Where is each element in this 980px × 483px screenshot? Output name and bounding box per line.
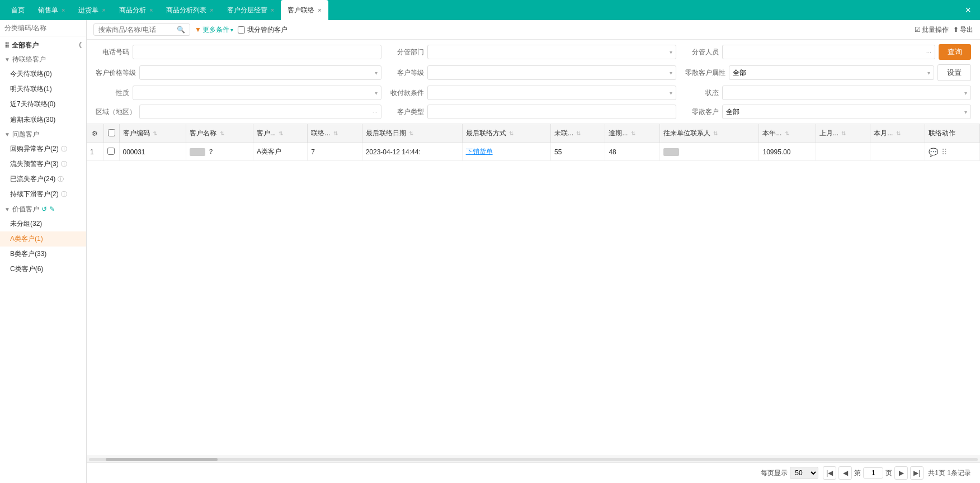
price-level-select[interactable]: ▾ [139,65,381,80]
select-all-checkbox[interactable] [108,129,115,136]
name-block [190,148,205,156]
sidebar-item-class-a[interactable]: A类客户(1) [0,231,86,247]
filter-more-btn[interactable]: ▼ 更多条件 ▾ [195,25,233,35]
phone-input[interactable] [133,45,381,59]
payment-select[interactable]: ▾ [427,86,676,100]
edit-icon[interactable]: ✎ [49,205,55,213]
scrollbar-thumb[interactable] [106,458,218,461]
batch-operation-btn[interactable]: ☑ 批量操作 [915,25,949,35]
settings-button[interactable]: 设置 [937,64,971,81]
sort-icon-overdue[interactable]: ⇅ [631,130,635,136]
my-customer-check-input[interactable] [238,26,245,34]
refresh-icon[interactable]: ↺ [41,205,47,213]
retail-attr-select[interactable]: 全部 ▾ [729,65,934,80]
sidebar-group-problem[interactable]: ▼ 问题客户 [0,127,86,141]
filter-search-input[interactable] [98,26,177,34]
sort-icon-last-month[interactable]: ⇅ [841,130,846,136]
nav-product-list[interactable]: 商品分析列表 × [159,0,220,20]
nav-tier-close[interactable]: × [271,7,274,13]
filter-search-icon[interactable]: 🔍 [177,26,185,34]
chevron-down-icon: ▾ [230,27,233,33]
sort-icon-this-month[interactable]: ⇅ [896,130,901,136]
retail-cust-select[interactable]: 全部 ▾ [722,105,971,119]
sort-icon-year[interactable]: ⇅ [785,130,789,136]
dept-select[interactable]: ▾ [427,45,676,59]
sort-icon-contact[interactable]: ⇅ [333,130,338,136]
sidebar-root[interactable]: ⠿ 全部客户 《 [0,36,86,53]
query-button[interactable]: 查询 [939,44,971,60]
last-method-link[interactable]: 下销货单 [466,148,493,155]
filter-row-cust-level: 客户等级 ▾ [390,64,676,81]
nav-sales-close[interactable]: × [62,7,65,13]
page-size-select-input[interactable]: 20 50 100 200 [790,467,818,479]
gear-icon[interactable]: ⚙ [92,130,98,138]
th-this-month: 本月... ⇅ [870,124,925,143]
sidebar-item-repurchase[interactable]: 回购异常客户(2) ⓘ [0,141,86,157]
page-number-input[interactable] [863,467,883,479]
nav-home[interactable]: 首页 [4,0,31,20]
checkbox-icon: ☑ [915,26,921,34]
total-records: 共1页 1条记录 [928,468,971,478]
person-select[interactable]: ··· [722,45,935,59]
sort-icon-date[interactable]: ⇅ [409,130,413,136]
next-page-btn[interactable]: ▶ [894,466,908,480]
cust-type-select[interactable] [427,105,676,119]
sidebar-item-class-c[interactable]: C类客户(6) [0,262,86,277]
sort-icon-code[interactable]: ⇅ [153,130,157,136]
group-arrow-1: ▼ [4,56,10,63]
td-code: 000031 [119,143,186,161]
sidebar-group-pending[interactable]: ▼ 待联络客户 [0,53,86,67]
content-area: 🔍 ▼ 更多条件 ▾ 我分管的客户 ☑ 批量操作 ⬆ 导出 [87,20,980,483]
nav-purchase[interactable]: 进货单 × [72,0,112,20]
sidebar-collapse-icon[interactable]: 《 [75,41,82,50]
sidebar-item-declining[interactable]: 持续下滑客户(2) ⓘ [0,187,86,202]
sidebar-item-today[interactable]: 今天待联络(0) [0,67,86,82]
nav-product-list-close[interactable]: × [210,7,213,13]
first-page-btn[interactable]: |◀ [823,466,836,480]
person-dots-icon: ··· [926,49,931,55]
sort-icon-person[interactable]: ⇅ [713,130,718,136]
filter-row-status: 状态 ▾ [685,86,971,100]
filter-row-retail-attr: 零散客户属性 全部 ▾ 设置 [685,64,971,81]
sidebar-item-churned[interactable]: 已流失客户(24) ⓘ [0,172,86,187]
nav-customer-contact[interactable]: 客户联络 × [281,0,328,20]
window-close-button[interactable]: × [960,4,976,16]
chat-action-icon[interactable]: 💬 [929,148,938,157]
sidebar-item-churn-risk[interactable]: 流失预警客户(3) ⓘ [0,157,86,172]
nav-purchase-close[interactable]: × [102,7,105,13]
sidebar-group-value[interactable]: ▼ 价值客户 ↺ ✎ [0,202,86,216]
filter-funnel-icon: ▼ [195,26,201,34]
sidebar-item-tomorrow[interactable]: 明天待联络(1) [0,82,86,97]
cust-level-select[interactable]: ▾ [427,65,676,80]
nav-customer-tier[interactable]: 客户分层经营 × [220,0,281,20]
sort-icon-name[interactable]: ⇅ [220,130,224,136]
sidebar-item-overdue[interactable]: 逾期未联络(30) [0,112,86,127]
phone-input-field[interactable] [136,48,378,56]
grid-action-icon[interactable]: ⠿ [941,148,947,157]
retail-cust-label: 零散客户 [685,107,719,117]
sidebar-item-7days[interactable]: 近7天待联络(0) [0,97,86,112]
nav-product-analysis[interactable]: 商品分析 × [112,0,159,20]
last-page-btn[interactable]: ▶| [910,466,924,480]
nav-sales[interactable]: 销售单 × [31,0,72,20]
sort-icon-method[interactable]: ⇅ [509,130,513,136]
export-btn[interactable]: ⬆ 导出 [953,25,973,35]
status-select[interactable]: ▾ [722,86,971,100]
filter-search-box: 🔍 [93,23,190,36]
sidebar-search-bar: 🔍 [0,20,86,36]
sort-icon-not-contacted[interactable]: ⇅ [576,130,581,136]
nav-contact-close[interactable]: × [318,7,321,13]
row-checkbox[interactable] [107,148,115,155]
sidebar-search-input[interactable] [4,24,87,32]
retail-attr-label: 零散客户属性 [685,68,725,78]
sort-icon-level[interactable]: ⇅ [279,130,283,136]
sidebar-item-unclassified[interactable]: 未分组(32) [0,216,86,231]
area-select[interactable]: ··· [139,105,381,119]
th-overdue: 逾期... ⇅ [605,124,659,143]
horizontal-scrollbar[interactable] [87,456,980,462]
prev-page-btn[interactable]: ◀ [838,466,852,480]
nav-product-close[interactable]: × [149,7,153,13]
nature-select[interactable]: ▾ [133,86,381,100]
sidebar-item-class-b[interactable]: B类客户(33) [0,247,86,262]
my-customer-checkbox[interactable]: 我分管的客户 [238,25,288,35]
